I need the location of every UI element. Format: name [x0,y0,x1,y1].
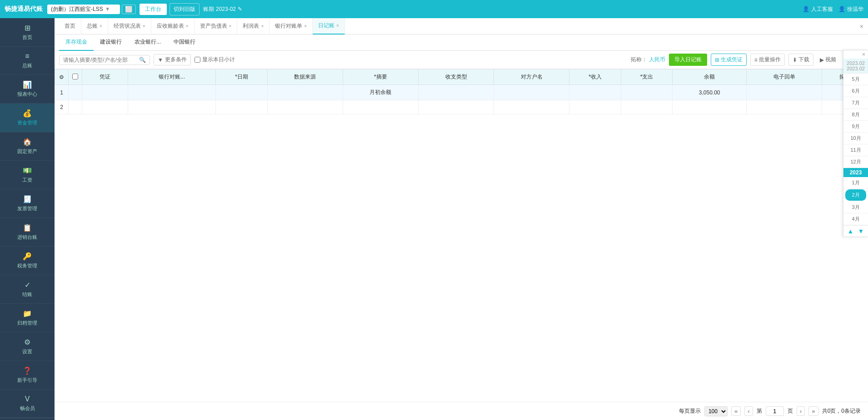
tab-diary-label: 日记账 [318,22,334,30]
tab-diary-close[interactable]: × [336,23,339,28]
currency-value[interactable]: 人民币 [649,56,665,64]
sidebar-item-close[interactable]: ✓ 结账 [0,275,55,304]
page-input[interactable] [766,406,784,416]
copy-company-button[interactable]: ⬜ [122,5,136,14]
sidebar-item-tax[interactable]: 🔑 税务管理 [0,247,55,275]
sidebar-item-ledger[interactable]: ≡ 总账 [0,47,55,75]
tab-status-label: 经营状况表 [114,22,141,30]
date-month-1[interactable]: 1月 [843,177,868,189]
date-month-3[interactable]: 3月 [843,202,868,213]
bank-tab-nongye-label: 农业银行... [135,38,161,46]
date-panel-close[interactable]: × [843,50,868,59]
tab-assets[interactable]: 资产负债表 × [195,18,238,35]
col-settings[interactable]: ⚙ [55,69,69,85]
generate-voucher-button[interactable]: ⊞ 生成凭证 [711,54,747,66]
date-nav-down[interactable]: ▼ [858,227,864,235]
user-service-button[interactable]: 👤 人工客服 [803,5,833,13]
close-all-tabs-button[interactable]: × [860,23,863,30]
bank-tab-zhongguo[interactable]: 中国银行 [167,35,202,51]
sidebar-item-guide[interactable]: ❓ 新手引导 [0,361,55,390]
col-date: *日期 [216,69,268,85]
date-month-7[interactable]: 7月 [843,97,868,109]
date-prev-year-2[interactable]: 2023.02 [845,66,866,71]
sidebar-item-member[interactable]: V 畅会员 [0,390,55,418]
date-month-10[interactable]: 10月 [843,133,868,144]
prev-page-button[interactable]: ‹ [744,406,753,416]
search-icon[interactable]: 🔍 [139,57,146,63]
pagination-summary: 共0页，0条记录 [822,407,861,415]
select-all-checkbox[interactable] [72,74,78,79]
bank-tab-cash[interactable]: 库存现金 [59,35,94,51]
workbench-button[interactable]: 工作台 [140,4,167,15]
tab-bank-statement[interactable]: 银行对账单 × [269,18,313,35]
filter-button[interactable]: ▼ 更多条件 [154,54,191,65]
next-page-button[interactable]: › [797,406,805,416]
toolbar-actions: 拓称： 人民币 导入日记账 ⊞ 生成凭证 ≡ 批量操作 ⬇ 下载 [631,54,863,66]
tab-profit-close[interactable]: × [261,24,264,29]
table-container: ⚙ 凭证 银行对账... *日期 数据来源 *摘要 收支类型 对方户名 *收入 … [55,69,868,402]
bank-tab-nongye[interactable]: 农业银行... [128,35,167,51]
sidebar-item-capital[interactable]: 💰 资金管理 [0,104,55,132]
cell-income-1 [569,85,621,100]
date-nav-up[interactable]: ▲ [848,227,854,235]
date-month-11[interactable]: 11月 [843,144,868,156]
home-icon: ⊞ [25,24,30,32]
import-diary-button[interactable]: 导入日记账 [669,54,707,66]
tab-diary[interactable]: 日记账 × [313,18,345,35]
date-month-12[interactable]: 12月 [843,156,868,168]
switch-version-button[interactable]: 切到旧版 [170,3,200,15]
last-page-button[interactable]: » [808,406,818,416]
date-month-4[interactable]: 4月 [843,213,868,225]
sidebar-item-sales[interactable]: 📋 进销台账 [0,218,55,247]
tab-profit-label: 利润表 [243,22,259,30]
date-month-9[interactable]: 9月 [843,121,868,133]
cell-check-1[interactable] [69,85,82,100]
sidebar-item-salary[interactable]: 💵 工资 [0,161,55,189]
date-prev-year-1[interactable]: 2023.02 [845,60,866,66]
sidebar-item-invoice[interactable]: 🧾 发票管理 [0,189,55,218]
sidebar-label-tax: 税务管理 [17,262,37,269]
date-month-6[interactable]: 6月 [843,85,868,97]
col-check[interactable] [69,69,82,85]
company-selector[interactable]: (勿删）江西赔宝-LSS ▼ [47,5,120,14]
date-month-2[interactable]: 2月 [845,189,866,201]
tab-status-close[interactable]: × [143,24,145,29]
user-name-button[interactable]: 👤 徐温华 [838,5,863,13]
video-button[interactable]: ▶ 视频 [817,54,839,65]
batch-button[interactable]: ≡ 批量操作 [750,54,785,66]
show-daily-input[interactable] [195,57,200,63]
tab-home-label: 首页 [65,22,75,30]
tab-ledger-close[interactable]: × [100,24,102,29]
download-button[interactable]: ⬇ 下载 [788,54,813,66]
sidebar-item-settings[interactable]: ⚙ 设置 [0,332,55,361]
tab-receivable-close[interactable]: × [186,24,189,29]
date-month-8[interactable]: 8月 [843,109,868,121]
date-month-5[interactable]: 5月 [843,74,868,85]
tab-bank-statement-close[interactable]: × [304,24,307,29]
search-bar[interactable]: 🔍 [59,55,150,65]
sidebar-label-salary: 工资 [22,177,32,183]
first-page-button[interactable]: « [731,406,741,416]
search-input[interactable] [63,57,137,63]
tab-bar: 首页 总账 × 经营状况表 × 应收账龄表 × 资产负债表 × [55,18,868,35]
sidebar-item-reports[interactable]: 📊 报表中心 [0,75,55,104]
cell-check-2[interactable] [69,100,82,114]
show-daily-checkbox[interactable]: 显示本日小计 [195,56,235,64]
sidebar: ⊞ 首页 ≡ 总账 📊 报表中心 💰 资金管理 🏠 固定资产 💵 工资 [0,18,55,420]
tab-home[interactable]: 首页 [59,18,81,35]
tab-assets-close[interactable]: × [229,24,232,29]
tab-status[interactable]: 经营状况表 × [108,18,151,35]
sidebar-item-fixed[interactable]: 🏠 固定资产 [0,132,55,161]
sidebar-item-home[interactable]: ⊞ 首页 [0,18,55,47]
bank-tab-jianshe[interactable]: 建设银行 [94,35,128,51]
period-edit-icon[interactable]: ✎ [238,6,242,12]
sidebar-label-invoice: 发票管理 [17,205,37,212]
sidebar-item-archive[interactable]: 📁 归档管理 [0,304,55,332]
tab-receivable[interactable]: 应收账龄表 × [151,18,195,35]
close-period-icon: ✓ [25,281,30,289]
tab-ledger-label: 总账 [87,22,98,30]
tab-ledger[interactable]: 总账 × [81,18,108,35]
batch-label: 批量操作 [759,56,781,64]
page-size-select[interactable]: 100 [704,406,728,416]
tab-profit[interactable]: 利润表 × [237,18,269,35]
